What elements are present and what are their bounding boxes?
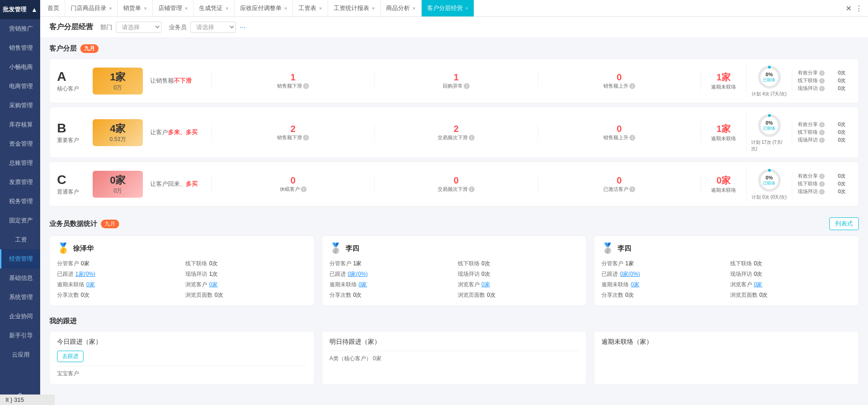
tab-close-icon[interactable]: ×: [413, 5, 415, 11]
sidebar-item-基础信息[interactable]: 基础信息: [0, 268, 40, 288]
info-icon[interactable]: i: [629, 186, 635, 192]
tab-close-icon[interactable]: ×: [109, 5, 112, 11]
sidebar-item-税务管理[interactable]: 税务管理: [0, 192, 40, 211]
info-icon[interactable]: i: [819, 78, 825, 84]
tier-letter: A: [57, 69, 89, 84]
biz-title-group: 业务员数据统计 九月: [49, 220, 119, 228]
tier-overdue[interactable]: 1家逾期未联络: [701, 123, 746, 142]
tab-销货单[interactable]: 销货单×: [118, 0, 152, 16]
sidebar-item-电商管理[interactable]: 电商管理: [0, 77, 40, 96]
biz-stat-link[interactable]: 0家(0%): [348, 270, 368, 278]
biz-stat-plain: 0次: [81, 291, 89, 299]
tab-商品分析[interactable]: 商品分析×: [381, 0, 421, 16]
sidebar-item-云应用[interactable]: 云应用: [0, 345, 40, 364]
sidebar-item-发票管理[interactable]: 发票管理: [0, 173, 40, 192]
list-view-button[interactable]: 列表式: [829, 217, 859, 230]
biz-stat-link[interactable]: 0家: [209, 281, 218, 289]
sidebar-item-库存核算[interactable]: 库存核算: [0, 115, 40, 134]
tier-stat[interactable]: 1回购异常i: [374, 72, 537, 89]
biz-stat-link[interactable]: 0家: [86, 281, 95, 289]
ring-status: 已联络: [763, 180, 775, 186]
info-icon[interactable]: i: [819, 181, 825, 187]
tab-工资统计报表[interactable]: 工资统计报表×: [328, 0, 381, 16]
biz-stat-link[interactable]: 0家: [359, 281, 367, 289]
info-icon[interactable]: i: [629, 135, 635, 141]
sidebar-item-系统管理[interactable]: 系统管理: [0, 288, 40, 307]
tab-close-icon[interactable]: ×: [372, 5, 375, 11]
info-icon[interactable]: i: [629, 83, 635, 89]
info-icon[interactable]: i: [819, 130, 825, 135]
sidebar-item-销售管理[interactable]: 销售管理: [0, 38, 40, 58]
tab-应收应付调整单[interactable]: 应收应付调整单×: [235, 0, 293, 16]
tier-overdue[interactable]: 0家逾期未联络: [701, 174, 746, 194]
tier-stat[interactable]: 0休眠客户i: [211, 175, 374, 193]
tier-stat[interactable]: 1销售额下滑i: [211, 72, 374, 89]
info-icon[interactable]: i: [469, 186, 475, 192]
tab-客户分层经营[interactable]: 客户分层经营×: [422, 0, 474, 16]
info-icon[interactable]: i: [819, 86, 825, 91]
tier-count-block[interactable]: 1家0万: [93, 68, 143, 95]
tier-stat[interactable]: 0销售额上升i: [538, 124, 701, 141]
sidebar-expand-icon[interactable]: ▲: [31, 6, 37, 13]
info-icon[interactable]: i: [819, 189, 825, 195]
info-icon[interactable]: i: [819, 174, 825, 179]
tier-stat[interactable]: 0交易频次下滑i: [374, 175, 537, 193]
tab-close-icon[interactable]: ×: [144, 5, 146, 11]
biz-stat-link[interactable]: 0家(0%): [620, 270, 640, 278]
staff-select[interactable]: 请选择: [190, 21, 236, 33]
sidebar-item-营销推广[interactable]: 营销推广: [0, 19, 40, 38]
tab-首页[interactable]: 首页: [42, 0, 65, 16]
biz-stat-label: 现场拜访: [730, 270, 752, 278]
filter-more-icon[interactable]: ···: [240, 23, 246, 32]
sidebar-item-新手引导[interactable]: 新手引导: [0, 326, 40, 345]
sidebar-item-总账管理[interactable]: 总账管理: [0, 153, 40, 173]
biz-stat-link[interactable]: 0家: [754, 281, 763, 289]
more-tabs-icon[interactable]: ⋮: [855, 4, 863, 13]
tab-close-icon[interactable]: ×: [284, 5, 287, 11]
biz-stat-row: 分享次数0次: [601, 291, 722, 299]
biz-stat-link[interactable]: 0家: [631, 281, 639, 289]
sidebar-item-小畅电商[interactable]: 小畅电商: [0, 58, 40, 77]
content-area: 客户分层经营 部门 请选择 业务员 请选择 ··· 客户分层 九月 A核心客户1: [40, 17, 868, 405]
sidebar-item-工资[interactable]: 工资: [0, 230, 40, 249]
biz-stat-link[interactable]: 1家(0%): [75, 270, 95, 278]
tier-count-block[interactable]: 4家0.53万: [93, 119, 143, 146]
tier-count-sub: 0.53万: [97, 136, 138, 143]
tier-stat[interactable]: 0已激活客户i: [538, 175, 701, 193]
tab-店铺管理[interactable]: 店铺管理×: [153, 0, 193, 16]
tier-ring: 0% 已联络 计划 4次 (7天/次): [746, 64, 792, 97]
info-icon[interactable]: i: [819, 137, 825, 143]
tab-工资表[interactable]: 工资表×: [293, 0, 328, 16]
tier-stat[interactable]: 0销售额上升i: [538, 72, 701, 89]
go-follow-button[interactable]: 去跟进: [57, 351, 84, 362]
tab-close-icon[interactable]: ×: [185, 5, 188, 11]
tab-门店商品目录[interactable]: 门店商品目录×: [65, 0, 118, 16]
info-icon[interactable]: i: [303, 135, 309, 141]
dept-select[interactable]: 请选择: [116, 21, 162, 33]
info-icon[interactable]: i: [819, 122, 825, 127]
sidebar-item-固定资产[interactable]: 固定资产: [0, 211, 40, 230]
tab-close-icon[interactable]: ×: [319, 5, 322, 11]
sidebar-item-经营管理[interactable]: 经营管理: [0, 249, 40, 268]
tier-stat[interactable]: 2交易频次下滑i: [374, 124, 537, 141]
biz-stat-link[interactable]: 0家: [481, 281, 490, 289]
biz-stat-row: 现场拜访1次: [185, 270, 306, 278]
info-icon[interactable]: i: [469, 135, 475, 141]
tab-生成凭证[interactable]: 生成凭证×: [193, 0, 234, 16]
close-tab-icon[interactable]: ✕: [846, 4, 852, 13]
tier-overdue[interactable]: 1家逾期未联络: [701, 71, 746, 90]
sidebar-item-采购管理[interactable]: 采购管理: [0, 96, 40, 115]
info-icon[interactable]: i: [301, 186, 307, 192]
info-icon[interactable]: i: [303, 83, 309, 89]
right-stat-label: 有效分享 i: [798, 69, 825, 76]
tab-close-icon[interactable]: ×: [225, 5, 228, 11]
tab-close-icon[interactable]: ×: [465, 5, 468, 11]
sidebar-item-企业协同[interactable]: 企业协同: [0, 307, 40, 326]
biz-stat-label: 已跟进: [601, 270, 618, 278]
info-icon[interactable]: i: [464, 83, 470, 89]
tier-stat[interactable]: 2销售额下滑i: [211, 124, 374, 141]
info-icon[interactable]: i: [819, 70, 825, 76]
bottom-status-text: It } 315: [5, 396, 24, 403]
tier-count-block[interactable]: 0家0万: [93, 171, 143, 198]
sidebar-item-资金管理[interactable]: 资金管理: [0, 134, 40, 153]
